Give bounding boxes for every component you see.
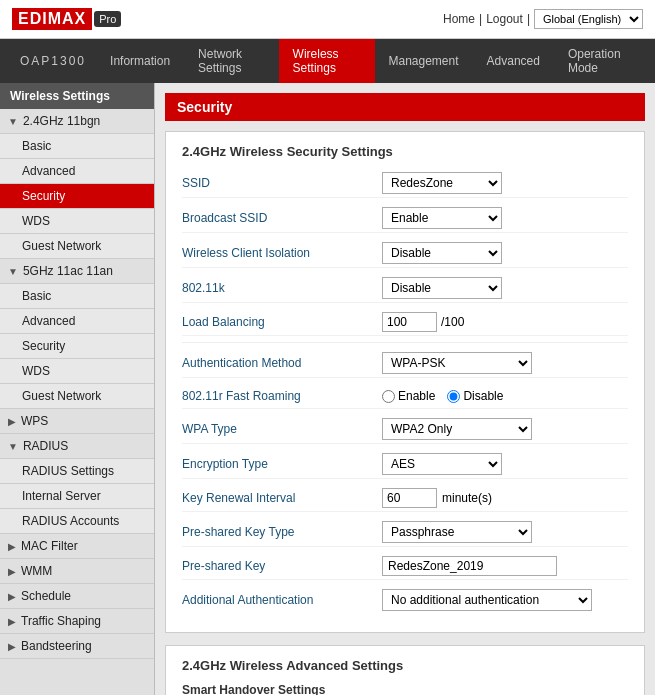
sidebar-group-5ghz[interactable]: ▼ 5GHz 11ac 11an bbox=[0, 259, 154, 284]
wpa-type-select[interactable]: WPA2 Only WPA Mixed bbox=[382, 418, 532, 440]
broadcast-ssid-label: Broadcast SSID bbox=[182, 209, 382, 227]
home-link[interactable]: Home bbox=[443, 12, 475, 26]
fast-roaming-disable-label[interactable]: Disable bbox=[447, 389, 503, 403]
logo: EDIMAXPro bbox=[12, 8, 121, 30]
additional-auth-select[interactable]: No additional authentication bbox=[382, 589, 592, 611]
additional-auth-control: No additional authentication bbox=[382, 589, 628, 611]
row-wireless-isolation: Wireless Client Isolation Disable Enable bbox=[182, 239, 628, 268]
fast-roaming-label: 802.11r Fast Roaming bbox=[182, 387, 382, 405]
fast-roaming-enable-radio[interactable] bbox=[382, 390, 395, 403]
dot11k-label: 802.11k bbox=[182, 279, 382, 297]
chevron-right-icon-wps: ▶ bbox=[8, 416, 16, 427]
sidebar: Wireless Settings ▼ 2.4GHz 11bgn Basic A… bbox=[0, 83, 155, 695]
sidebar-group-radius[interactable]: ▼ RADIUS bbox=[0, 434, 154, 459]
encryption-control: AES TKIP TKIP+AES bbox=[382, 453, 628, 475]
sidebar-item-24-advanced[interactable]: Advanced bbox=[0, 159, 154, 184]
chevron-down-icon-5g: ▼ bbox=[8, 266, 18, 277]
chevron-right-icon-band: ▶ bbox=[8, 641, 16, 652]
sidebar-item-24-guest-network[interactable]: Guest Network bbox=[0, 234, 154, 259]
key-renewal-unit: minute(s) bbox=[442, 491, 492, 505]
row-psk-type: Pre-shared Key Type Passphrase Hex bbox=[182, 518, 628, 547]
content-area: Security 2.4GHz Wireless Security Settin… bbox=[155, 83, 655, 695]
logo-edimax: EDIMAX bbox=[12, 8, 92, 30]
broadcast-ssid-control: Enable Disable bbox=[382, 207, 628, 229]
language-select[interactable]: Global (English) bbox=[534, 9, 643, 29]
ssid-label: SSID bbox=[182, 174, 382, 192]
sidebar-group-bandsteering[interactable]: ▶ Bandsteering bbox=[0, 634, 154, 659]
row-80211k: 802.11k Disable Enable bbox=[182, 274, 628, 303]
nav-wireless-settings[interactable]: Wireless Settings bbox=[279, 39, 375, 83]
row-key-renewal: Key Renewal Interval minute(s) bbox=[182, 485, 628, 512]
wireless-isolation-label: Wireless Client Isolation bbox=[182, 244, 382, 262]
advanced-settings-box: 2.4GHz Wireless Advanced Settings Smart … bbox=[165, 645, 645, 695]
sidebar-group-wmm[interactable]: ▶ WMM bbox=[0, 559, 154, 584]
sidebar-title: Wireless Settings bbox=[0, 83, 154, 109]
row-ssid: SSID RedesZone bbox=[182, 169, 628, 198]
psk-type-label: Pre-shared Key Type bbox=[182, 523, 382, 541]
sidebar-item-5g-wds[interactable]: WDS bbox=[0, 359, 154, 384]
advanced-settings-title: 2.4GHz Wireless Advanced Settings bbox=[182, 658, 628, 673]
load-balancing-input[interactable] bbox=[382, 312, 437, 332]
nav-network-settings[interactable]: Network Settings bbox=[184, 39, 278, 83]
psk-key-input[interactable] bbox=[382, 556, 557, 576]
sidebar-item-radius-accounts[interactable]: RADIUS Accounts bbox=[0, 509, 154, 534]
encryption-select[interactable]: AES TKIP TKIP+AES bbox=[382, 453, 502, 475]
sidebar-group-schedule[interactable]: ▶ Schedule bbox=[0, 584, 154, 609]
sidebar-group-traffic-label: Traffic Shaping bbox=[21, 614, 101, 628]
sidebar-group-24ghz[interactable]: ▼ 2.4GHz 11bgn bbox=[0, 109, 154, 134]
nav-advanced[interactable]: Advanced bbox=[473, 46, 554, 76]
sidebar-item-5g-advanced[interactable]: Advanced bbox=[0, 309, 154, 334]
sidebar-group-wmm-label: WMM bbox=[21, 564, 52, 578]
sidebar-item-5g-basic[interactable]: Basic bbox=[0, 284, 154, 309]
sidebar-item-radius-settings[interactable]: RADIUS Settings bbox=[0, 459, 154, 484]
psk-key-control bbox=[382, 556, 628, 576]
row-encryption: Encryption Type AES TKIP TKIP+AES bbox=[182, 450, 628, 479]
broadcast-ssid-select[interactable]: Enable Disable bbox=[382, 207, 502, 229]
wpa-type-label: WPA Type bbox=[182, 420, 382, 438]
page-title: Security bbox=[165, 93, 645, 121]
sidebar-group-mac-label: MAC Filter bbox=[21, 539, 78, 553]
key-renewal-input[interactable] bbox=[382, 488, 437, 508]
sidebar-item-5g-security[interactable]: Security bbox=[0, 334, 154, 359]
chevron-down-icon: ▼ bbox=[8, 116, 18, 127]
nav-information[interactable]: Information bbox=[96, 46, 184, 76]
nav-management[interactable]: Management bbox=[375, 46, 473, 76]
load-balancing-max: /100 bbox=[441, 315, 464, 329]
sidebar-group-mac-filter[interactable]: ▶ MAC Filter bbox=[0, 534, 154, 559]
row-load-balancing: Load Balancing /100 bbox=[182, 309, 628, 336]
security-settings-title: 2.4GHz Wireless Security Settings bbox=[182, 144, 628, 159]
psk-type-select[interactable]: Passphrase Hex bbox=[382, 521, 532, 543]
wireless-isolation-select[interactable]: Disable Enable bbox=[382, 242, 502, 264]
dot11k-control: Disable Enable bbox=[382, 277, 628, 299]
auth-method-label: Authentication Method bbox=[182, 354, 382, 372]
sidebar-group-wps[interactable]: ▶ WPS bbox=[0, 409, 154, 434]
row-additional-auth: Additional Authentication No additional … bbox=[182, 586, 628, 614]
dot11k-select[interactable]: Disable Enable bbox=[382, 277, 502, 299]
sidebar-item-internal-server[interactable]: Internal Server bbox=[0, 484, 154, 509]
load-balancing-control: /100 bbox=[382, 312, 628, 332]
ssid-control: RedesZone bbox=[382, 172, 628, 194]
key-renewal-control: minute(s) bbox=[382, 488, 628, 508]
sidebar-item-24-wds[interactable]: WDS bbox=[0, 209, 154, 234]
load-balancing-label: Load Balancing bbox=[182, 313, 382, 331]
key-renewal-label: Key Renewal Interval bbox=[182, 489, 382, 507]
sidebar-group-bandsteering-label: Bandsteering bbox=[21, 639, 92, 653]
sidebar-group-5ghz-label: 5GHz 11ac 11an bbox=[23, 264, 113, 278]
auth-method-select[interactable]: WPA-PSK WPA2-PSK Open bbox=[382, 352, 532, 374]
chevron-right-icon-traffic: ▶ bbox=[8, 616, 16, 627]
logout-link[interactable]: Logout bbox=[486, 12, 523, 26]
logo-pro: Pro bbox=[94, 11, 121, 27]
ssid-select[interactable]: RedesZone bbox=[382, 172, 502, 194]
sidebar-group-traffic[interactable]: ▶ Traffic Shaping bbox=[0, 609, 154, 634]
sidebar-group-24ghz-label: 2.4GHz 11bgn bbox=[23, 114, 100, 128]
chevron-right-icon-mac: ▶ bbox=[8, 541, 16, 552]
sidebar-item-5g-guest-network[interactable]: Guest Network bbox=[0, 384, 154, 409]
fast-roaming-disable-radio[interactable] bbox=[447, 390, 460, 403]
sidebar-group-wps-label: WPS bbox=[21, 414, 48, 428]
sidebar-item-24-basic[interactable]: Basic bbox=[0, 134, 154, 159]
row-wpa-type: WPA Type WPA2 Only WPA Mixed bbox=[182, 415, 628, 444]
nav-operation-mode[interactable]: Operation Mode bbox=[554, 39, 645, 83]
sidebar-group-radius-label: RADIUS bbox=[23, 439, 68, 453]
sidebar-item-24-security[interactable]: Security bbox=[0, 184, 154, 209]
fast-roaming-enable-label[interactable]: Enable bbox=[382, 389, 435, 403]
